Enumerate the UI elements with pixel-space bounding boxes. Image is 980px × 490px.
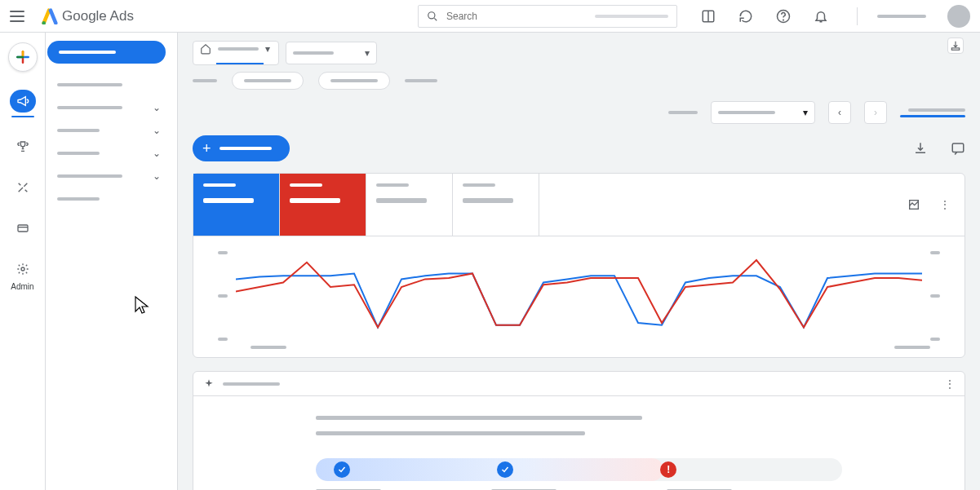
chevron-down-icon: ⌄ bbox=[151, 170, 162, 182]
step-3-dot[interactable]: ! bbox=[660, 461, 676, 478]
action-toolbar: + bbox=[193, 135, 965, 161]
rail-goals[interactable] bbox=[8, 135, 38, 158]
date-toolbar: ▾ ‹ › bbox=[193, 101, 965, 124]
breadcrumb-back[interactable] bbox=[193, 79, 217, 82]
feedback-icon bbox=[951, 141, 965, 156]
app-header: Google Ads bbox=[0, 0, 980, 33]
sidebar: ⌄ ⌄ ⌄ ⌄ bbox=[46, 33, 178, 490]
y-axis-left bbox=[218, 251, 228, 341]
filter-chip-1[interactable] bbox=[232, 72, 304, 90]
sidebar-item-4[interactable]: ⌄ bbox=[46, 142, 171, 165]
logo-text: Google Ads bbox=[62, 8, 134, 24]
x-axis-start bbox=[251, 346, 286, 349]
expand-chart-icon[interactable] bbox=[904, 195, 924, 214]
logo-icon bbox=[41, 8, 59, 24]
filter-more[interactable] bbox=[405, 79, 437, 82]
step-2-dot[interactable] bbox=[497, 461, 513, 478]
plus-icon: + bbox=[202, 141, 211, 156]
scorecards: ⋮ bbox=[193, 174, 964, 236]
date-next[interactable]: › bbox=[864, 101, 887, 124]
download-button[interactable] bbox=[913, 141, 928, 156]
sidebar-item-1[interactable] bbox=[46, 73, 171, 96]
megaphone-icon bbox=[10, 90, 36, 113]
check-icon bbox=[500, 465, 510, 475]
home-icon bbox=[200, 43, 211, 55]
logo[interactable]: Google Ads bbox=[41, 8, 134, 24]
tools-icon bbox=[10, 176, 36, 199]
date-prev[interactable]: ‹ bbox=[828, 101, 851, 124]
card-icon bbox=[10, 217, 36, 240]
menu-icon[interactable] bbox=[10, 11, 24, 22]
search-box[interactable] bbox=[418, 5, 677, 28]
chevron-down-icon: ⌄ bbox=[151, 125, 162, 136]
sidebar-item-5[interactable]: ⌄ bbox=[46, 165, 171, 188]
download-icon bbox=[913, 141, 928, 156]
filter-chip-2[interactable] bbox=[318, 72, 390, 90]
y-axis-right bbox=[930, 251, 940, 341]
rail-billing[interactable] bbox=[8, 217, 38, 240]
sidebar-active-item[interactable] bbox=[47, 41, 166, 64]
help-icon[interactable] bbox=[775, 8, 792, 24]
scorecard-1[interactable] bbox=[193, 174, 280, 236]
compare-label bbox=[668, 111, 698, 114]
card-menu-icon[interactable]: ⋮ bbox=[935, 195, 955, 214]
scorecard-3[interactable] bbox=[366, 174, 453, 236]
breadcrumb: ▾ ▾ bbox=[193, 41, 965, 65]
rail-campaigns[interactable] bbox=[8, 90, 38, 117]
refresh-icon[interactable] bbox=[738, 8, 754, 24]
step-1-dot[interactable] bbox=[334, 461, 350, 478]
feedback-button[interactable] bbox=[951, 141, 965, 156]
alert-icon: ! bbox=[667, 464, 670, 475]
plus-icon bbox=[15, 49, 31, 65]
chevron-down-icon: ⌄ bbox=[151, 102, 162, 113]
create-button[interactable] bbox=[8, 42, 38, 72]
account-name[interactable] bbox=[877, 15, 926, 18]
svg-point-1 bbox=[428, 11, 435, 18]
card-menu-icon[interactable]: ⋮ bbox=[945, 378, 955, 390]
search-input[interactable] bbox=[445, 10, 588, 23]
main: ▾ ▾ bbox=[178, 33, 980, 490]
rail-tools[interactable] bbox=[8, 176, 38, 199]
scorecard-2[interactable] bbox=[280, 174, 366, 236]
setup-title-line-1 bbox=[316, 416, 642, 420]
metrics-card: ⋮ bbox=[193, 173, 965, 358]
setup-card: ⋮ ! bbox=[193, 371, 965, 490]
sidebar-item-6[interactable] bbox=[46, 188, 171, 210]
rail-admin[interactable]: Admin bbox=[8, 258, 38, 291]
chevron-down-icon: ⌄ bbox=[151, 148, 162, 159]
breadcrumb-campaigns[interactable]: ▾ bbox=[286, 42, 377, 64]
appearance-icon[interactable] bbox=[700, 8, 716, 24]
new-campaign-button[interactable]: + bbox=[193, 135, 290, 161]
svg-point-4 bbox=[783, 20, 784, 20]
chart-plot bbox=[236, 251, 922, 341]
notifications-icon[interactable] bbox=[813, 8, 829, 24]
left-rail: Admin bbox=[0, 33, 46, 490]
gear-icon bbox=[10, 258, 36, 280]
search-icon bbox=[427, 11, 438, 22]
scorecard-4[interactable] bbox=[453, 174, 539, 236]
setup-progress: ! bbox=[316, 458, 842, 481]
chevron-down-icon: ▾ bbox=[265, 43, 270, 55]
svg-rect-5 bbox=[18, 225, 28, 232]
svg-point-6 bbox=[21, 267, 24, 271]
header-actions bbox=[700, 8, 829, 24]
x-axis-end bbox=[894, 346, 930, 349]
chevron-down-icon: ▾ bbox=[803, 107, 808, 118]
check-icon bbox=[337, 465, 347, 475]
card-title bbox=[223, 382, 280, 386]
chevron-down-icon: ▾ bbox=[365, 47, 370, 59]
svg-rect-8 bbox=[952, 143, 964, 152]
sidebar-item-3[interactable]: ⌄ bbox=[46, 119, 171, 142]
sidebar-item-2[interactable]: ⌄ bbox=[46, 96, 171, 119]
avatar[interactable] bbox=[947, 5, 970, 28]
svg-rect-7 bbox=[951, 48, 959, 50]
setup-title-line-2 bbox=[316, 431, 585, 435]
sparkle-icon bbox=[203, 378, 215, 390]
date-range-select[interactable]: ▾ bbox=[711, 101, 815, 124]
export-icon[interactable] bbox=[947, 38, 964, 54]
trophy-icon bbox=[10, 135, 36, 158]
breadcrumb-account[interactable]: ▾ bbox=[193, 41, 279, 65]
filter-row bbox=[193, 72, 965, 90]
rail-admin-label: Admin bbox=[11, 282, 33, 291]
